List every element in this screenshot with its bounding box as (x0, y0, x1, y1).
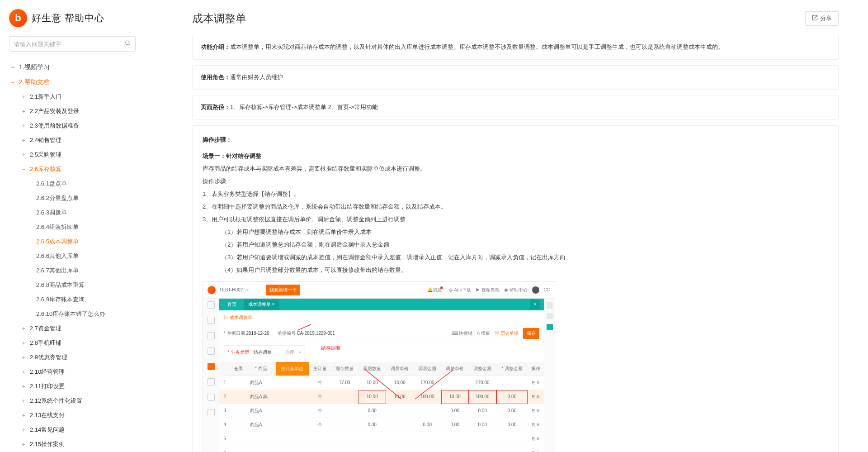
nav-2-15[interactable]: ＋2.15操作案例 (9, 437, 136, 452)
nav-video-learning[interactable]: ＋1.视频学习 (9, 60, 136, 75)
nav-2-6-8[interactable]: 2.6.8商品成本重算 (9, 278, 136, 292)
embed-tab-home: 首页 (223, 299, 241, 310)
step-3-3: （3）若用户知道要调增或调减的成本差值，则在调整金额中录入差值，调增录入正值，记… (203, 252, 828, 263)
intro-label: 功能介绍： (201, 43, 230, 50)
share-button[interactable]: 分享 (805, 11, 839, 26)
step-3: 3、用户可以根据调整依据直接在调后单价、调后金额、调整金额列上进行调整 (203, 214, 828, 225)
svg-line-1 (129, 44, 130, 45)
nav-2-1[interactable]: ＋2.1新手入门 (9, 90, 136, 104)
share-icon (812, 15, 818, 22)
embed-side-rail (544, 299, 555, 452)
nav-2-6-2[interactable]: 2.6.2分量盘点单 (9, 191, 136, 205)
embed-save-btn: 保存 (523, 328, 539, 339)
nav-2-2[interactable]: ＋2.2产品安装及登录 (9, 104, 136, 119)
page-title: 成本调整单 (192, 11, 246, 26)
nav-2-6-6[interactable]: 2.6.6其他入库单 (9, 249, 136, 263)
nav-2-13[interactable]: ＋2.13在线支付 (9, 408, 136, 423)
embed-grid: 仓库* 商品 主计量单位主计量现存数量 调后数量调后单价调后金额 调整单价调整金… (219, 362, 544, 452)
svg-point-0 (126, 41, 129, 44)
embed-logo-icon (208, 286, 216, 294)
share-label: 分享 (820, 14, 832, 23)
sub-steps-label: 操作步骤： (203, 176, 828, 187)
embed-nav-rail (203, 299, 219, 452)
embed-type-box: * 业务类型 结存调整 仓库▾ (224, 346, 305, 359)
path-label: 页面路径： (201, 104, 230, 110)
role-box: 使用角色：通常由财务人员维护 (192, 65, 839, 90)
nav-2-3[interactable]: ＋2.3使用前数据准备 (9, 119, 136, 133)
nav-2-6-3[interactable]: 2.6.3调拨单 (9, 205, 136, 220)
nav-2-10[interactable]: ＋2.10经营管理 (9, 365, 136, 379)
nav-2-6[interactable]: －2.6库存核算 (9, 162, 136, 176)
nav-2-5[interactable]: ＋2.5采购管理 (9, 147, 136, 162)
nav-2-6-1[interactable]: 2.6.1盘点单 (9, 176, 136, 191)
nav-tree: ＋1.视频学习 －2.帮助文档 ＋2.1新手入门 ＋2.2产品安装及登录 ＋2.… (9, 60, 136, 452)
role-text: 通常由财务人员维护 (230, 74, 283, 81)
nav-2-12[interactable]: ＋2.12系统个性化设置 (9, 394, 136, 408)
annotation-1: 结存调整 (321, 343, 341, 353)
search-input[interactable] (9, 36, 136, 52)
role-label: 使用角色： (201, 74, 230, 81)
steps-label: 操作步骤： (203, 134, 828, 146)
brand-title: 好生意 帮助中心 (32, 12, 104, 24)
steps-box: 操作步骤： 场景一：针对结存调整 库存商品的结存成本与实际成本有差异，需要根据结… (192, 125, 839, 452)
intro-box: 功能介绍：成本调整单，用来实现对商品结存成本的调整，以及针对具体的出入库单进行成… (192, 35, 839, 60)
nav-help-docs[interactable]: －2.帮助文档 (9, 75, 136, 90)
search-box (9, 36, 136, 52)
step-3-1: （1）若用户想要调整结存成本，则在调后单价中录入成本 (203, 226, 828, 238)
embedded-screenshot: TEST-H002 ▾ 我要新增一个 🔔消息 ◎ App下载 ▶ 视频教程 ◉ … (203, 281, 555, 452)
nav-2-8[interactable]: ＋2.8手机旺铺 (9, 336, 136, 350)
brand-row: b 好生意 帮助中心 (9, 9, 136, 27)
embed-tab-doc: 成本调整单 × (244, 299, 279, 310)
nav-2-6-5[interactable]: 2.6.5成本调整单 (9, 234, 136, 249)
path-box: 页面路径：1、库存核算->库存管理->成本调整单 2、首页->常用功能 (192, 95, 839, 120)
step-1: 1、表头业务类型选择【结存调整】。 (203, 188, 828, 200)
search-icon[interactable] (125, 40, 131, 48)
nav-2-6-9[interactable]: 2.6.9库存账本查询 (9, 292, 136, 307)
embed-tenant: TEST-H002 (219, 285, 243, 295)
intro-text: 成本调整单，用来实现对商品结存成本的调整，以及针对具体的出入库单进行成本调整。库… (230, 43, 724, 50)
nav-2-6-4[interactable]: 2.6.4组装拆卸单 (9, 220, 136, 234)
embed-breadcrumb: ▷ 成本调整单 (219, 310, 544, 325)
scene1-title: 场景一：针对结存调整 (203, 150, 828, 162)
step-2: 2、在明细中选择要调整的商品及仓库，系统会自动带出结存数量和结存金额，以及结存成… (203, 201, 828, 213)
sidebar: b 好生意 帮助中心 ＋1.视频学习 －2.帮助文档 ＋2.1新手入门 ＋2.2… (0, 0, 142, 452)
nav-2-7[interactable]: ＋2.7资金管理 (9, 321, 136, 336)
nav-2-6-7[interactable]: 2.6.7其他出库单 (9, 263, 136, 278)
main-content: 成本调整单 分享 功能介绍：成本调整单，用来实现对商品结存成本的调整，以及针对具… (142, 0, 868, 452)
step-3-2: （2）若用户知道调整总的结存金额，则在调后金额中录入总金额 (203, 239, 828, 251)
step-3-4: （4）如果用户只调整部分数量的成本，可以直接修改带出的结存数量。 (203, 264, 828, 276)
scene1-desc: 库存商品的结存成本与实际成本有差异，需要根据结存数量和实际单位成本进行调整。 (203, 163, 828, 175)
logo-icon: b (9, 9, 27, 27)
nav-2-6-10[interactable]: 2.6.10库存账本错了怎么办 (9, 307, 136, 321)
path-text: 1、库存核算->库存管理->成本调整单 2、首页->常用功能 (230, 104, 378, 110)
nav-2-4[interactable]: ＋2.4销售管理 (9, 133, 136, 147)
embed-close-icon: × (530, 300, 540, 309)
nav-2-9[interactable]: ＋2.9优惠券管理 (9, 350, 136, 365)
nav-2-14[interactable]: ＋2.14常见问题 (9, 423, 136, 437)
nav-2-11[interactable]: ＋2.11打印设置 (9, 379, 136, 394)
embed-new-btn: 我要新增一个 (266, 285, 300, 295)
